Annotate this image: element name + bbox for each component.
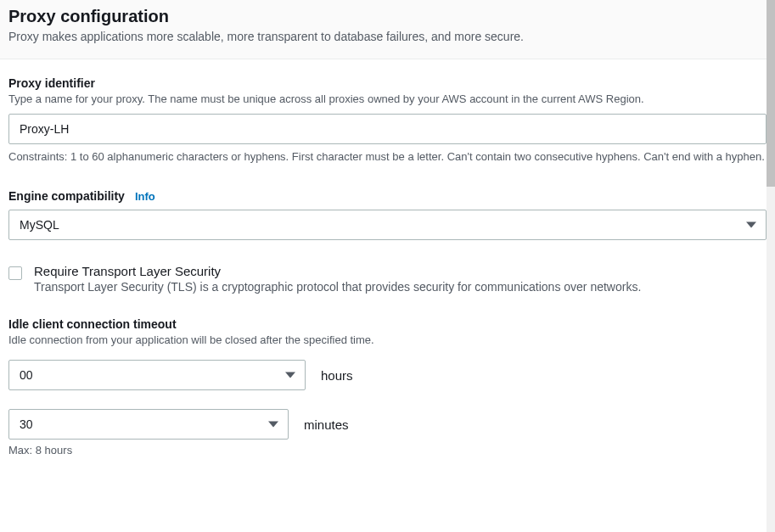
minutes-unit-label: minutes <box>304 417 349 432</box>
vertical-scrollbar[interactable] <box>767 0 775 478</box>
require-tls-description: Transport Layer Security (TLS) is a cryp… <box>34 280 641 294</box>
idle-timeout-label: Idle client connection timeout <box>8 317 767 331</box>
proxy-identifier-input[interactable] <box>8 114 767 144</box>
hours-select-value: 00 <box>20 368 33 382</box>
form-body: Proxy identifier Type a name for your pr… <box>0 59 775 478</box>
page-title: Proxy configuration <box>8 7 767 26</box>
minutes-select[interactable]: 30 <box>8 409 289 440</box>
minutes-select-value: 30 <box>20 417 33 431</box>
info-link[interactable]: Info <box>135 190 155 203</box>
require-tls-label: Require Transport Layer Security <box>34 264 641 278</box>
tls-group: Require Transport Layer Security Transpo… <box>8 264 767 294</box>
proxy-identifier-constraint: Constraints: 1 to 60 alphanumeric charac… <box>8 149 767 165</box>
header-section: Proxy configuration Proxy makes applicat… <box>0 0 775 59</box>
hours-select[interactable]: 00 <box>8 360 306 390</box>
engine-select[interactable]: MySQL <box>8 210 767 240</box>
engine-select-value: MySQL <box>20 218 59 232</box>
require-tls-checkbox[interactable] <box>8 266 22 280</box>
proxy-identifier-group: Proxy identifier Type a name for your pr… <box>8 76 767 165</box>
engine-compatibility-group: Engine compatibility Info MySQL <box>8 189 767 240</box>
idle-timeout-max-note: Max: 8 hours <box>8 443 767 459</box>
idle-timeout-group: Idle client connection timeout Idle conn… <box>8 317 767 459</box>
page-subtitle: Proxy makes applications more scalable, … <box>8 30 767 43</box>
idle-timeout-description: Idle connection from your application wi… <box>8 333 767 348</box>
hours-unit-label: hours <box>321 368 353 383</box>
proxy-identifier-description: Type a name for your proxy. The name mus… <box>8 92 767 107</box>
proxy-identifier-label: Proxy identifier <box>8 76 767 90</box>
scrollbar-thumb[interactable] <box>767 0 775 187</box>
engine-compatibility-label: Engine compatibility <box>8 189 125 203</box>
